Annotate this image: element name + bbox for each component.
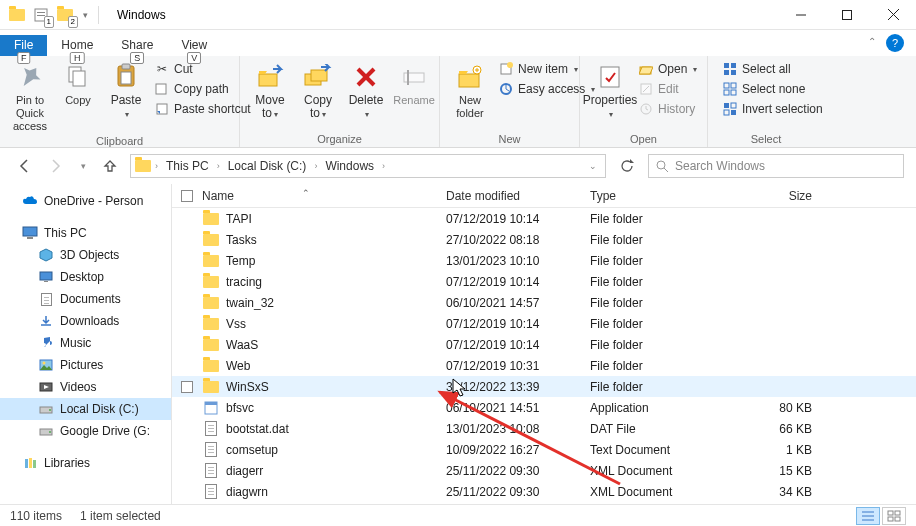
selectall-icon bbox=[722, 61, 738, 77]
maximize-button[interactable] bbox=[824, 0, 870, 30]
file-list[interactable]: Name⌃ Date modified Type Size TAPI07/12/… bbox=[172, 184, 916, 504]
paste-shortcut-button[interactable]: Paste shortcut bbox=[150, 100, 255, 118]
svg-rect-14 bbox=[259, 74, 277, 86]
copy-path-button[interactable]: Copy path bbox=[150, 80, 255, 98]
libraries-icon bbox=[22, 455, 38, 471]
cloud-icon bbox=[22, 193, 38, 209]
refresh-button[interactable] bbox=[614, 154, 640, 178]
rename-button[interactable]: Rename bbox=[390, 58, 438, 109]
file-date: 27/10/2022 08:18 bbox=[446, 233, 590, 247]
file-row[interactable]: diagerr25/11/2022 09:30XML Document15 KB bbox=[172, 460, 916, 481]
pc-icon bbox=[22, 225, 38, 241]
svg-rect-12 bbox=[156, 84, 166, 94]
file-date: 13/01/2023 10:08 bbox=[446, 422, 590, 436]
delete-button[interactable]: Delete▾ bbox=[342, 58, 390, 123]
file-row[interactable]: bfsvc06/10/2021 14:51Application80 KB bbox=[172, 397, 916, 418]
file-row[interactable]: diagwrn25/11/2022 09:30XML Document34 KB bbox=[172, 481, 916, 502]
nav-downloads[interactable]: Downloads bbox=[0, 310, 171, 332]
move-to-button[interactable]: Move to▾ bbox=[246, 58, 294, 123]
invert-selection-button[interactable]: Invert selection bbox=[718, 100, 827, 118]
nav-localdisk[interactable]: Local Disk (C:) bbox=[0, 398, 171, 420]
file-row[interactable]: bootstat.dat13/01/2023 10:08DAT File66 K… bbox=[172, 418, 916, 439]
nav-music[interactable]: Music bbox=[0, 332, 171, 354]
copy-to-button[interactable]: Copy to▾ bbox=[294, 58, 342, 123]
drive-icon bbox=[38, 423, 54, 439]
file-row[interactable]: Temp13/01/2023 10:10File folder bbox=[172, 250, 916, 271]
search-box[interactable]: Search Windows bbox=[648, 154, 904, 178]
minimize-button[interactable] bbox=[778, 0, 824, 30]
column-headers[interactable]: Name⌃ Date modified Type Size bbox=[172, 184, 916, 208]
file-row[interactable]: WinSxS31/12/2022 13:39File folder bbox=[172, 376, 916, 397]
file-type-icon bbox=[202, 337, 220, 353]
file-name: bfsvc bbox=[226, 401, 254, 415]
nav-gdrive[interactable]: Google Drive (G: bbox=[0, 420, 171, 442]
file-row[interactable]: TAPI07/12/2019 10:14File folder bbox=[172, 208, 916, 229]
nav-forward-button[interactable] bbox=[44, 154, 68, 178]
svg-rect-58 bbox=[33, 460, 36, 468]
nav-onedrive[interactable]: OneDrive - Person bbox=[0, 190, 171, 212]
pin-icon bbox=[16, 60, 44, 94]
file-date: 25/11/2022 09:30 bbox=[446, 485, 590, 499]
svg-rect-60 bbox=[205, 402, 217, 405]
file-row[interactable]: WaaS07/12/2019 10:14File folder bbox=[172, 334, 916, 355]
select-none-button[interactable]: Select none bbox=[718, 80, 827, 98]
tab-share[interactable]: Share S bbox=[107, 35, 167, 56]
file-row[interactable]: Vss07/12/2019 10:14File folder bbox=[172, 313, 916, 334]
address-bar[interactable]: › This PC› Local Disk (C:)› Windows› ⌄ bbox=[130, 154, 606, 178]
file-row[interactable]: twain_3206/10/2021 14:57File folder bbox=[172, 292, 916, 313]
history-icon bbox=[638, 101, 654, 117]
pasteshort-icon bbox=[154, 101, 170, 117]
copy-button[interactable]: Copy bbox=[54, 58, 102, 109]
help-icon[interactable]: ? bbox=[886, 34, 904, 52]
file-type-icon bbox=[202, 400, 220, 416]
downloads-icon bbox=[38, 313, 54, 329]
nav-videos[interactable]: Videos bbox=[0, 376, 171, 398]
properties-button[interactable]: Properties▾ bbox=[586, 58, 634, 123]
delete-icon bbox=[353, 60, 379, 94]
file-row[interactable]: comsetup10/09/2022 16:27Text Document1 K… bbox=[172, 439, 916, 460]
nav-thispc[interactable]: This PC bbox=[0, 222, 171, 244]
collapse-ribbon-icon[interactable]: ⌃ bbox=[868, 36, 876, 47]
file-row[interactable]: Tasks27/10/2022 08:18File folder bbox=[172, 229, 916, 250]
col-type[interactable]: Type bbox=[590, 189, 708, 203]
nav-libraries[interactable]: Libraries bbox=[0, 452, 171, 474]
file-row[interactable]: Web07/12/2019 10:31File folder bbox=[172, 355, 916, 376]
qat-dropdown-icon[interactable]: ▾ bbox=[78, 4, 92, 26]
tab-file[interactable]: File F bbox=[0, 35, 47, 56]
pin-quickaccess-button[interactable]: Pin to Quick access bbox=[6, 58, 54, 135]
select-all-checkbox[interactable] bbox=[181, 190, 193, 202]
nav-3dobjects[interactable]: 3D Objects bbox=[0, 244, 171, 266]
col-date[interactable]: Date modified bbox=[446, 189, 590, 203]
svg-rect-57 bbox=[29, 458, 32, 468]
nav-pictures[interactable]: Pictures bbox=[0, 354, 171, 376]
navigation-pane[interactable]: OneDrive - Person This PC 3D Objects Des… bbox=[0, 184, 172, 504]
col-name[interactable]: Name⌃ bbox=[202, 189, 446, 203]
paste-button[interactable]: Paste▾ bbox=[102, 58, 150, 123]
file-row[interactable]: tracing07/12/2019 10:14File folder bbox=[172, 271, 916, 292]
file-name: twain_32 bbox=[226, 296, 274, 310]
new-folder-button[interactable]: New folder bbox=[446, 58, 494, 122]
nav-up-button[interactable] bbox=[98, 154, 122, 178]
open-button[interactable]: Open▾ bbox=[634, 60, 701, 78]
nav-desktop[interactable]: Desktop bbox=[0, 266, 171, 288]
nav-back-button[interactable] bbox=[12, 154, 36, 178]
history-button[interactable]: History bbox=[634, 100, 701, 118]
tab-home[interactable]: Home H bbox=[47, 35, 107, 56]
col-size[interactable]: Size bbox=[708, 189, 838, 203]
nav-documents[interactable]: Documents bbox=[0, 288, 171, 310]
view-details-button[interactable] bbox=[856, 507, 880, 525]
qat-folder-icon[interactable] bbox=[6, 4, 28, 26]
tab-view[interactable]: View V bbox=[167, 35, 221, 56]
close-button[interactable] bbox=[870, 0, 916, 30]
nav-recent-dropdown[interactable]: ▾ bbox=[76, 154, 90, 178]
view-large-button[interactable] bbox=[882, 507, 906, 525]
qat-newfolder-icon[interactable]: 2 bbox=[54, 4, 76, 26]
select-all-button[interactable]: Select all bbox=[718, 60, 827, 78]
cut-button[interactable]: ✂Cut bbox=[150, 60, 255, 78]
group-label-new: New bbox=[440, 133, 579, 147]
edit-button[interactable]: Edit bbox=[634, 80, 701, 98]
row-checkbox[interactable] bbox=[181, 381, 193, 393]
qat-properties-icon[interactable]: 1 bbox=[30, 4, 52, 26]
svg-rect-40 bbox=[724, 110, 729, 115]
svg-rect-2 bbox=[37, 15, 45, 16]
